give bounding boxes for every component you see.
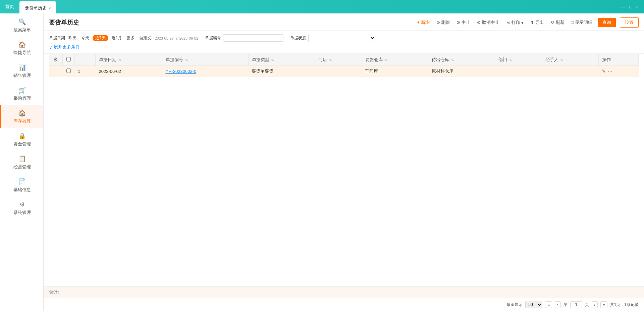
sort-req-warehouse-icon[interactable]: ⇅ — [384, 58, 387, 62]
col-doc-type: 单据类型 ⇅ — [248, 54, 315, 66]
filter-row-1: 单据日期 昨天 今天 近7天 近1月 更多 自定义 2023-05-27 至 2… — [49, 34, 639, 42]
status-label: 单据状态 — [290, 35, 306, 41]
lock-icon: 🔒 — [18, 132, 26, 140]
col-action: 操作 — [598, 54, 638, 66]
export-button[interactable]: ⬆ 导出 — [529, 19, 545, 26]
refresh-button[interactable]: ↻ 刷新 — [549, 19, 566, 26]
row-req-warehouse: 车间库 — [362, 66, 428, 77]
sidebar-item-search[interactable]: 🔍 搜索菜单 — [0, 13, 43, 36]
sidebar-item-system[interactable]: ⚙ 系统管理 — [0, 196, 43, 219]
doc-no-label: 单据编号 — [205, 35, 221, 41]
document-icon: 📄 — [18, 178, 26, 185]
filter-area: 单据日期 昨天 今天 近7天 近1月 更多 自定义 2023-05-27 至 2… — [44, 31, 644, 54]
date-filter-label: 单据日期 — [49, 35, 65, 41]
footer-total-label: 合计: — [49, 289, 59, 295]
table-footer: 合计: — [44, 286, 644, 298]
sort-docno-icon[interactable]: ⇅ — [185, 58, 188, 62]
content-area: 要货单历史 + 新增 ⊘ 删除 ⊘ 中止 ⊘ 取消中止 🖨 打印 ▾ — [44, 13, 644, 311]
window-maximize-icon[interactable]: □ — [630, 4, 632, 9]
table-row: 1 2023-06-02 YH-20230602-0 要货单要货 车间库 原材料… — [49, 66, 639, 77]
select-all-checkbox[interactable] — [66, 57, 71, 61]
col-handler: 经手人 ⇅ — [542, 54, 598, 66]
sidebar-item-purchase[interactable]: 🛒 采购管理 — [0, 82, 43, 105]
table-header-row: ⚙ 单据日期 ⇅ 单据编号 ⇅ — [49, 54, 639, 66]
toolbar: + 新增 ⊘ 删除 ⊘ 中止 ⊘ 取消中止 🖨 打印 ▾ ⬆ 导出 — [416, 17, 639, 28]
row-settings — [49, 66, 62, 77]
first-page-button[interactable]: « — [545, 301, 552, 308]
sort-store-icon[interactable]: ⇅ — [329, 58, 332, 62]
shortcut-more[interactable]: 更多 — [125, 35, 136, 41]
shortcut-custom[interactable]: 自定义 — [138, 35, 153, 41]
gear-icon: ⚙ — [19, 201, 25, 208]
tab-close-icon[interactable]: × — [49, 6, 51, 10]
expand-more[interactable]: ∨ 展开更多条件 — [49, 44, 639, 50]
page-input[interactable] — [570, 301, 582, 308]
table-body: 1 2023-06-02 YH-20230602-0 要货单要货 车间库 原材料… — [49, 66, 639, 77]
sidebar-item-sales[interactable]: 📊 销售管理 — [0, 59, 43, 82]
status-select[interactable] — [308, 34, 375, 42]
sort-pending-warehouse-icon[interactable]: ⇅ — [451, 58, 454, 62]
doc-no-input[interactable] — [223, 34, 283, 42]
page-header: 要货单历史 + 新增 ⊘ 删除 ⊘ 中止 ⊘ 取消中止 🖨 打印 ▾ — [44, 13, 644, 31]
col-settings: ⚙ — [49, 54, 62, 66]
row-edit-icon[interactable]: ✎ — [602, 69, 606, 74]
tab-bar: 首页 要货单历史 × — [0, 0, 56, 13]
per-page-select[interactable]: 50 100 200 — [525, 301, 542, 308]
total-info: 共1页，1条记录 — [610, 302, 639, 308]
clipboard-icon: 📋 — [18, 155, 26, 163]
tab-order-history[interactable]: 要货单历史 × — [19, 1, 56, 15]
per-page-label: 每页显示 — [506, 302, 523, 308]
row-date: 2023-06-02 — [96, 66, 162, 77]
shortcut-yesterday[interactable]: 昨天 — [67, 35, 78, 41]
shortcut-7days[interactable]: 近7天 — [93, 35, 108, 41]
print-button[interactable]: 🖨 打印 ▾ — [505, 19, 525, 26]
sort-dept-icon[interactable]: ⇅ — [509, 58, 512, 62]
home-icon: 🏠 — [18, 41, 26, 48]
window-minimize-icon[interactable]: — — [621, 4, 626, 9]
display-detail-button[interactable]: □ 显示明细 — [570, 19, 594, 26]
prev-page-button[interactable]: ‹ — [555, 301, 561, 308]
print-dropdown-icon[interactable]: ▾ — [521, 20, 524, 25]
cancel-stop-button[interactable]: ⊘ 取消中止 — [476, 19, 501, 26]
stop-button[interactable]: ⊘ 中止 — [455, 19, 472, 26]
col-req-warehouse: 要货仓库 ⇅ — [362, 54, 428, 66]
tab-home[interactable]: 首页 — [0, 0, 19, 13]
expand-down-icon: ∨ — [49, 45, 52, 50]
query-button[interactable]: 查询 — [598, 18, 616, 27]
sort-handler-icon[interactable]: ⇅ — [560, 58, 563, 62]
setting-button[interactable]: 设置 — [620, 17, 639, 28]
data-table: ⚙ 单据日期 ⇅ 单据编号 ⇅ — [49, 54, 639, 77]
page-title: 要货单历史 — [49, 18, 79, 27]
shortcut-today[interactable]: 今天 — [80, 35, 91, 41]
shortcut-1month[interactable]: 近1月 — [110, 35, 123, 41]
date-filter: 单据日期 昨天 今天 近7天 近1月 更多 自定义 2023-05-27 至 2… — [49, 35, 198, 41]
col-department: 部门 ⇅ — [495, 54, 542, 66]
new-button[interactable]: + 新增 — [416, 19, 431, 26]
delete-button[interactable]: ⊘ 删除 — [435, 19, 451, 26]
sidebar-item-inventory[interactable]: 🏠 库存核算 — [0, 105, 43, 128]
sidebar-item-operations[interactable]: 📋 经营管理 — [0, 150, 43, 173]
top-bar-right: — □ × — [621, 4, 644, 9]
sidebar-item-quick-nav[interactable]: 🏠 快捷导航 — [0, 36, 43, 59]
page-suffix: 页 — [585, 302, 589, 308]
table-container: ⚙ 单据日期 ⇅ 单据编号 ⇅ — [44, 54, 644, 286]
table-settings-icon[interactable]: ⚙ — [53, 57, 58, 62]
row-doc-no-link[interactable]: YH-20230602-0 — [165, 69, 196, 74]
row-actions: ✎ ⋯ — [598, 66, 638, 77]
col-date: 单据日期 ⇅ — [96, 54, 162, 66]
sidebar-item-basic-info[interactable]: 📄 基础信息 — [0, 173, 43, 196]
last-page-button[interactable]: » — [600, 301, 607, 308]
row-department — [495, 66, 542, 77]
sort-doctype-icon[interactable]: ⇅ — [271, 58, 274, 62]
next-page-button[interactable]: › — [592, 301, 598, 308]
page-label: 第 — [564, 302, 568, 308]
row-seq: 1 — [74, 66, 96, 77]
window-close-icon[interactable]: × — [636, 4, 639, 9]
row-handler — [542, 66, 598, 77]
row-select-checkbox[interactable] — [66, 69, 71, 73]
row-store — [315, 66, 362, 77]
sidebar-item-finance[interactable]: 🔒 资金管理 — [0, 128, 43, 150]
row-more-icon[interactable]: ⋯ — [608, 69, 612, 74]
sort-date-icon[interactable]: ⇅ — [118, 58, 121, 62]
pagination-bar: 每页显示 50 100 200 « ‹ 第 页 › » 共1页，1条记录 — [44, 298, 644, 311]
